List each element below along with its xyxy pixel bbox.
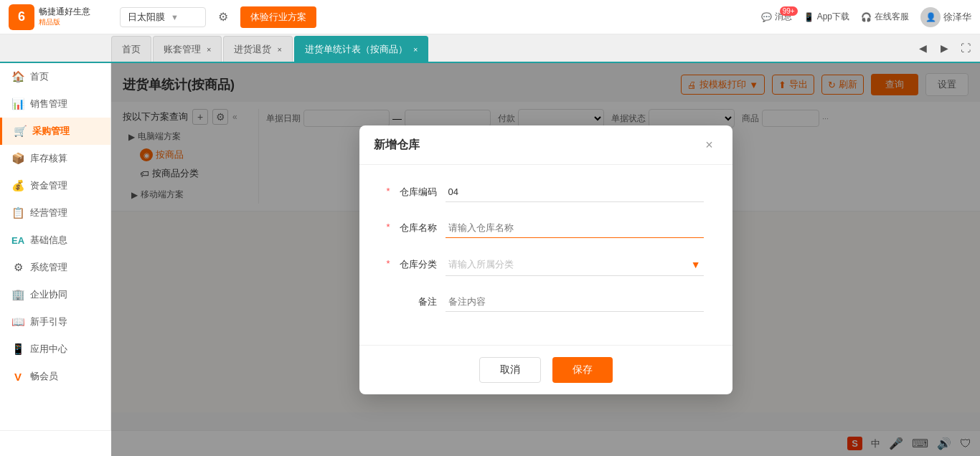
online-service-item[interactable]: 🎧 在线客服 <box>861 11 909 23</box>
header-mid: 日太阳膜 ▼ ⚙ 体验行业方案 <box>120 6 761 29</box>
avatar: 👤 <box>920 7 941 27</box>
add-warehouse-modal: 新增仓库 × 仓库编码 仓库名称 仓库分类 <box>359 125 732 394</box>
msg-item[interactable]: 💬 消息 99+ <box>761 11 792 23</box>
category-label: 仓库分类 <box>388 258 446 271</box>
sidebar-guide-label: 新手引导 <box>30 315 67 328</box>
sidebar-vip-label: 畅会员 <box>30 370 58 383</box>
store-selector[interactable]: 日太阳膜 ▼ <box>120 7 206 27</box>
online-service-label: 在线客服 <box>875 11 909 23</box>
logo-title: 畅捷通好生意 <box>39 6 90 18</box>
tab-purchase-return-close[interactable]: × <box>277 45 281 54</box>
note-input[interactable] <box>446 292 704 312</box>
category-field-row: 仓库分类 请输入所属分类 ▼ <box>388 254 704 276</box>
guide-icon: 📖 <box>11 315 24 328</box>
msg-badge: 99+ <box>780 6 798 16</box>
tab-purchase-return[interactable]: 进货退货 × <box>223 36 292 62</box>
headset-icon: 🎧 <box>861 12 872 22</box>
user-area[interactable]: 👤 徐泽华 <box>920 7 971 27</box>
sidebar-item-system[interactable]: ⚙ 系统管理 <box>0 254 110 281</box>
top-header: 6 畅捷通好生意 精品版 日太阳膜 ▼ ⚙ 体验行业方案 💬 消息 99+ 📱 … <box>0 0 980 34</box>
sidebar-enterprise-label: 企业协同 <box>30 288 67 301</box>
sidebar-home-label: 首页 <box>30 70 49 83</box>
trial-btn[interactable]: 体验行业方案 <box>240 6 316 28</box>
tab-purchase-stat-label: 进货单统计表（按商品） <box>305 43 407 56</box>
logo-text-area: 畅捷通好生意 精品版 <box>39 6 90 28</box>
basic-info-icon: EA <box>11 234 24 247</box>
logo-icon: 6 <box>9 4 34 30</box>
system-icon: ⚙ <box>11 261 24 274</box>
main-layout: 🏠 首页 📊 销售管理 🛒 采购管理 📦 库存核算 💰 资金管理 📋 经营管理 … <box>0 63 980 456</box>
sidebar-app-label: 应用中心 <box>30 343 67 356</box>
code-label: 仓库编码 <box>388 186 446 199</box>
tab-home[interactable]: 首页 <box>111 36 151 62</box>
tab-account[interactable]: 账套管理 × <box>153 36 222 62</box>
tab-account-close[interactable]: × <box>207 45 211 54</box>
name-field-row: 仓库名称 <box>388 218 704 238</box>
sidebar-item-inventory[interactable]: 📦 库存核算 <box>0 145 110 172</box>
app-download-label: App下载 <box>817 11 849 23</box>
logo-area: 6 畅捷通好生意 精品版 <box>9 4 120 30</box>
category-select[interactable]: 请输入所属分类 ▼ <box>446 254 704 276</box>
msg-icon: 💬 <box>761 12 772 22</box>
sidebar-item-home[interactable]: 🏠 首页 <box>0 63 110 90</box>
note-field-row: 备注 <box>388 292 704 312</box>
category-placeholder: 请输入所属分类 <box>448 258 514 271</box>
sidebar: 🏠 首页 📊 销售管理 🛒 采购管理 📦 库存核算 💰 资金管理 📋 经营管理 … <box>0 63 111 456</box>
header-settings-btn[interactable]: ⚙ <box>212 6 235 29</box>
tab-bar: 首页 账套管理 × 进货退货 × 进货单统计表（按商品） × ◀ ▶ ⛶ <box>0 34 980 63</box>
enterprise-icon: 🏢 <box>11 288 24 301</box>
tab-expand-btn[interactable]: ⛶ <box>957 39 974 57</box>
inventory-icon: 📦 <box>11 152 24 165</box>
sidebar-item-basic[interactable]: EA 基础信息 <box>0 227 110 254</box>
modal-overlay: 新增仓库 × 仓库编码 仓库名称 仓库分类 <box>111 63 980 456</box>
logo-sub: 精品版 <box>39 17 90 27</box>
tab-purchase-stat[interactable]: 进货单统计表（按商品） × <box>294 36 428 62</box>
sidebar-finance-label: 资金管理 <box>30 179 67 192</box>
content-area: 进货单统计(按商品) 🖨 按模板打印 ▼ ⬆ 导出 ↻ 刷新 查询 设置 <box>111 63 980 456</box>
store-arrow-icon: ▼ <box>171 13 179 22</box>
header-right: 💬 消息 99+ 📱 App下载 🎧 在线客服 👤 徐泽华 <box>761 7 971 27</box>
sidebar-item-sales[interactable]: 📊 销售管理 <box>0 90 110 118</box>
finance-icon: 💰 <box>11 179 24 192</box>
app-download-item[interactable]: 📱 App下载 <box>804 11 849 23</box>
save-btn[interactable]: 保存 <box>552 357 613 383</box>
vip-icon: V <box>11 370 24 383</box>
modal-header: 新增仓库 × <box>359 125 732 165</box>
modal-title: 新增仓库 <box>374 138 420 153</box>
tab-prev-btn[interactable]: ◀ <box>914 39 931 57</box>
modal-body: 仓库编码 仓库名称 仓库分类 请输入所属分类 ▼ <box>359 165 732 345</box>
purchase-icon: 🛒 <box>14 125 27 138</box>
sidebar-inventory-label: 库存核算 <box>30 152 67 165</box>
phone-icon: 📱 <box>804 12 814 22</box>
sidebar-item-finance[interactable]: 💰 资金管理 <box>0 172 110 199</box>
business-icon: 📋 <box>11 206 24 219</box>
sidebar-business-label: 经营管理 <box>30 206 67 219</box>
sidebar-item-guide[interactable]: 📖 新手引导 <box>0 308 110 336</box>
sidebar-item-purchase[interactable]: 🛒 采购管理 <box>0 118 110 145</box>
username: 徐泽华 <box>943 11 971 24</box>
code-input[interactable] <box>446 182 704 202</box>
sidebar-system-label: 系统管理 <box>30 261 67 274</box>
sidebar-basic-label: 基础信息 <box>30 234 67 247</box>
sidebar-purchase-label: 采购管理 <box>32 125 70 138</box>
sidebar-item-business[interactable]: 📋 经营管理 <box>0 199 110 227</box>
sidebar-item-enterprise[interactable]: 🏢 企业协同 <box>0 281 110 308</box>
app-icon: 📱 <box>11 343 24 356</box>
modal-footer: 取消 保存 <box>359 345 732 394</box>
home-icon: 🏠 <box>11 70 24 83</box>
sales-icon: 📊 <box>11 98 24 110</box>
modal-close-btn[interactable]: × <box>701 137 718 154</box>
tab-next-btn[interactable]: ▶ <box>936 39 953 57</box>
sidebar-sales-label: 销售管理 <box>30 98 67 110</box>
tab-purchase-stat-close[interactable]: × <box>413 45 418 54</box>
code-field-row: 仓库编码 <box>388 182 704 202</box>
cancel-btn[interactable]: 取消 <box>479 357 541 383</box>
sidebar-item-app[interactable]: 📱 应用中心 <box>0 336 110 363</box>
name-label: 仓库名称 <box>388 222 446 234</box>
category-dropdown-icon: ▼ <box>691 259 701 270</box>
tab-purchase-return-label: 进货退货 <box>234 43 271 56</box>
store-name: 日太阳膜 <box>128 11 165 24</box>
name-input[interactable] <box>446 218 704 238</box>
tab-bar-right: ◀ ▶ ⛶ <box>914 39 980 57</box>
sidebar-item-vip[interactable]: V 畅会员 <box>0 363 110 390</box>
